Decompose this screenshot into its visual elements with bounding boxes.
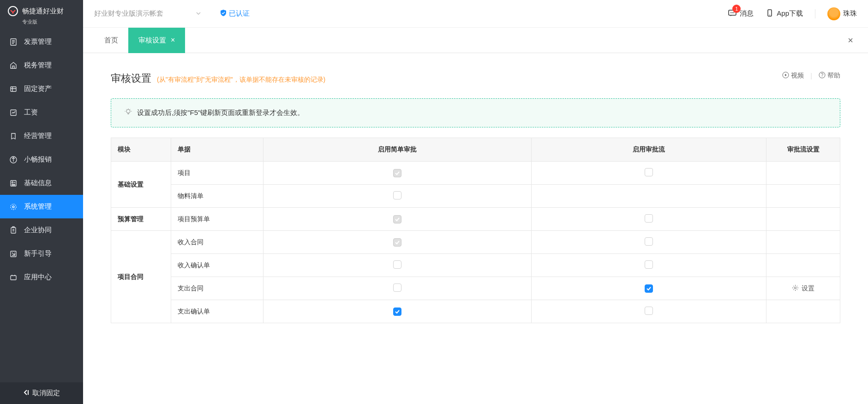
flow-approval-cell [531, 277, 766, 300]
th-doc: 单据 [171, 138, 263, 162]
checkbox[interactable] [645, 260, 653, 269]
brand-logo-icon [7, 6, 18, 17]
checkbox[interactable] [645, 307, 653, 315]
svg-point-22 [126, 109, 130, 113]
doc-cell: 项目 [171, 162, 263, 185]
sidebar-item-label: 固定资产 [24, 84, 52, 93]
flow-approval-cell [531, 254, 766, 277]
messages-button[interactable]: 1 消息 [728, 8, 754, 19]
content-header: 审核设置 (从"有审流程"到"无审流程"，该单据不能存在未审核的记录) 视频 |… [111, 72, 840, 85]
sidebar-item-system[interactable]: 系统管理 [0, 195, 83, 218]
flow-approval-cell [531, 162, 766, 185]
topbar-left: 好业财专业版演示帐套 已认证 [94, 9, 250, 18]
checkbox[interactable] [393, 169, 401, 177]
content-scroll: 审核设置 (从"有审流程"到"无审流程"，该单据不能存在未审核的记录) 视频 |… [83, 53, 868, 404]
messages-label: 消息 [740, 9, 754, 18]
doc-cell: 支出确认单 [171, 300, 263, 323]
flow-approval-cell [531, 300, 766, 323]
sidebar-item-apps[interactable]: 应用中心 [0, 265, 83, 289]
svg-point-18 [769, 15, 770, 16]
simple-approval-cell [263, 162, 532, 185]
th-config: 审批流设置 [766, 138, 840, 162]
close-all-tabs-icon[interactable]: × [844, 31, 857, 49]
svg-point-7 [12, 181, 13, 183]
sidebar-item-manage[interactable]: 经营管理 [0, 124, 83, 148]
checkbox[interactable] [393, 191, 401, 199]
salary-icon [9, 109, 18, 117]
checkbox[interactable] [645, 214, 653, 223]
app-download-button[interactable]: App下载 [766, 9, 803, 18]
help-label: 帮助 [827, 72, 840, 80]
svg-text:?: ? [821, 72, 824, 78]
flow-config-cell [766, 231, 840, 254]
sidebar-item-label: 企业协同 [24, 226, 52, 235]
help-icon: ? [819, 72, 826, 80]
checkbox[interactable] [393, 238, 401, 247]
doc-cell: 收入合同 [171, 231, 263, 254]
sidebar-item-label: 税务管理 [24, 61, 52, 70]
main-area: 好业财专业版演示帐套 已认证 1 消息 [83, 0, 868, 404]
flow-approval-cell [531, 231, 766, 254]
help-link[interactable]: ? 帮助 [819, 72, 840, 80]
sidebar-menu: 发票管理税务管理固定资产工资经营管理小畅报销基础信息系统管理企业协同新手引导应用… [0, 30, 83, 382]
user-menu[interactable]: 珠珠 [827, 7, 857, 20]
tab-home[interactable]: 首页 [94, 28, 128, 53]
checkbox[interactable] [393, 260, 401, 269]
svg-rect-12 [11, 276, 16, 280]
checkbox[interactable] [393, 283, 401, 292]
username: 珠珠 [843, 9, 857, 18]
account-selector[interactable]: 好业财专业版演示帐套 [94, 9, 201, 18]
sidebar-item-expense[interactable]: 小畅报销 [0, 148, 83, 171]
shield-icon [220, 9, 227, 18]
checkbox[interactable] [393, 308, 401, 316]
flow-config-cell [766, 185, 840, 208]
simple-approval-cell [263, 254, 532, 277]
doc-cell: 项目预算单 [171, 208, 263, 231]
invoice-icon [9, 38, 18, 46]
table-row: 项目合同收入合同 [111, 231, 840, 254]
close-icon[interactable]: × [171, 36, 175, 44]
sidebar-item-invoice[interactable]: 发票管理 [0, 30, 83, 54]
tab-audit-settings[interactable]: 审核设置 × [128, 28, 185, 53]
sidebar-item-salary[interactable]: 工资 [0, 101, 83, 124]
title-row: 审核设置 (从"有审流程"到"无审流程"，该单据不能存在未审核的记录) [111, 72, 325, 85]
asset-icon [9, 85, 18, 93]
svg-rect-10 [11, 228, 16, 233]
tab-bar: 首页 审核设置 × × [83, 28, 868, 53]
sidebar-item-basic[interactable]: 基础信息 [0, 171, 83, 195]
checkbox[interactable] [645, 237, 653, 246]
unpin-label: 取消固定 [32, 389, 60, 398]
sidebar-item-collab[interactable]: 企业协同 [0, 218, 83, 242]
video-label: 视频 [791, 72, 804, 80]
checkbox[interactable] [393, 215, 401, 223]
page-subtitle: (从"有审流程"到"无审流程"，该单据不能存在未审核的记录) [157, 76, 325, 84]
flow-settings-link[interactable]: 设置 [792, 284, 814, 293]
flow-config-cell: 设置 [766, 277, 840, 300]
svg-point-1 [12, 12, 14, 14]
sidebar-item-asset[interactable]: 固定资产 [0, 77, 83, 101]
doc-cell: 物料清单 [171, 185, 263, 208]
th-module: 模块 [111, 138, 171, 162]
flow-approval-cell [531, 208, 766, 231]
verified-text: 已认证 [229, 9, 250, 18]
unpin-collapse-icon [23, 389, 30, 397]
brand-name: 畅捷通好业财 [22, 7, 64, 16]
checkbox[interactable] [645, 284, 653, 293]
download-label: App下载 [777, 9, 803, 18]
flow-config-cell [766, 162, 840, 185]
sidebar-item-tax[interactable]: 税务管理 [0, 54, 83, 77]
simple-approval-cell [263, 277, 532, 300]
table-row: 基础设置项目 [111, 162, 840, 185]
video-link[interactable]: 视频 [782, 72, 804, 80]
module-cell: 项目合同 [111, 231, 171, 323]
module-cell: 预算管理 [111, 208, 171, 231]
simple-approval-cell [263, 231, 532, 254]
collab-icon [9, 226, 18, 235]
sidebar-item-guide[interactable]: 新手引导 [0, 242, 83, 265]
unpin-sidebar-button[interactable]: 取消固定 [0, 382, 83, 404]
brand-header: 畅捷通好业财 [0, 0, 83, 20]
table-row: 支出确认单 [111, 300, 840, 323]
checkbox[interactable] [645, 168, 653, 176]
flow-config-cell [766, 208, 840, 231]
sidebar-item-label: 新手引导 [24, 249, 52, 258]
